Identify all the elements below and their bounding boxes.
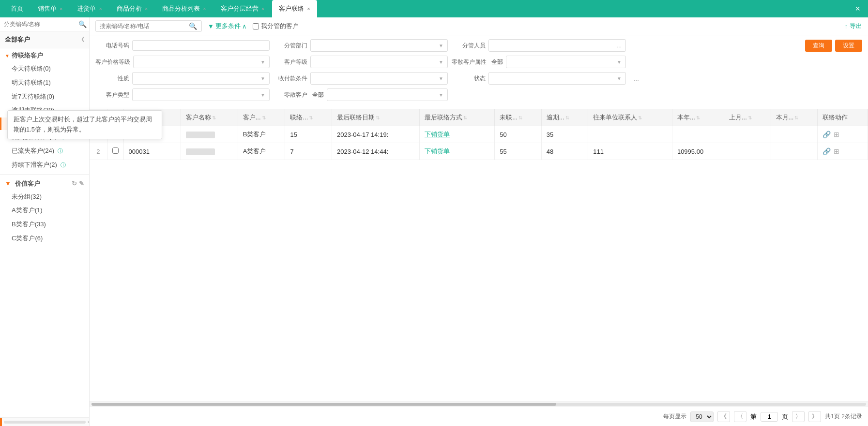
customer-type-select[interactable]: ▼ [132,88,270,101]
sidebar-scrollbar[interactable] [4,421,86,424]
last-page-btn[interactable]: 》 [808,411,821,422]
last-month-sort-icon[interactable]: ⇅ [748,115,752,120]
first-page-btn[interactable]: 《 [717,411,730,422]
row2-contact-icon[interactable]: 🔗 [822,147,831,155]
last-way-sort-icon[interactable]: ⇅ [463,115,467,120]
close-tab-sales[interactable]: × [60,6,62,12]
sidebar-collapse-icon[interactable]: 《 [78,36,84,44]
status-select[interactable]: ▼ [488,72,626,85]
name-sort-icon[interactable]: ⇅ [212,115,216,120]
close-tab-purchase[interactable]: × [99,6,102,12]
query-button[interactable]: 查询 [805,40,832,52]
table-row: 2 000031 A类客户 [90,143,868,160]
row2-checkbox[interactable] [107,143,123,160]
row2-name[interactable] [181,143,238,160]
overdue-sort-icon[interactable]: ⇅ [565,115,569,120]
dept-select-arrow: ▼ [439,43,443,48]
sidebar-item-tomorrow[interactable]: 明天待联络(1) [0,76,89,90]
th-this-month: 本月... ⇅ [771,109,818,126]
window-close-button[interactable]: × [851,4,864,14]
sidebar-item-class-c[interactable]: C类客户(6) [0,232,89,246]
customer-grade-label: 客户等级 [274,58,307,66]
nav-tab-sales[interactable]: 销售单 × [31,0,69,17]
row2-last-way[interactable]: 下销货单 [420,143,495,160]
top-navigation: 首页 销售单 × 进货单 × 商品分析 × 商品分析列表 × 客户分层经营 × … [0,0,868,17]
per-page-select[interactable]: 50 [690,411,714,422]
sidebar-item-declining[interactable]: 持续下滑客户(2) ⓘ [0,158,89,172]
close-tab-customer-layering[interactable]: × [261,6,264,12]
sidebar-search-icon[interactable]: 🔍 [78,20,87,28]
retail-attr-select[interactable]: ▼ [506,56,626,68]
row2-more-icon[interactable]: ⊞ [834,147,839,155]
filter-more-btn[interactable]: ... [630,75,643,82]
customer-grade-select[interactable]: ▼ [310,56,448,68]
sidebar-item-7days[interactable]: 近7天待联络(0) [0,90,89,104]
th-overdue: 逾期... ⇅ [541,109,588,126]
page-label: 第 [750,412,757,421]
price-grade-select[interactable]: ▼ [133,56,270,68]
close-tab-customer-contact[interactable]: × [307,6,310,12]
nav-tab-home[interactable]: 首页 [4,0,30,17]
nav-tab-purchase[interactable]: 进货单 × [70,0,108,17]
search-icon[interactable]: 🔍 [189,22,197,30]
value-edit-icon[interactable]: ✎ [79,180,84,187]
sidebar-search-input[interactable] [4,21,76,28]
my-customers-checkbox[interactable] [253,23,259,29]
prev-page-btn[interactable]: 〈 [734,411,746,422]
person-label: 分管人员 [452,42,486,50]
row2-last-date: 2023-04-12 14:44: [332,143,419,160]
row1-more-icon[interactable]: ⊞ [834,131,839,138]
type-sort-icon[interactable]: ⇅ [262,115,266,120]
filter-payment: 收付款条件 ▼ [274,72,448,85]
nav-tab-customer-layering[interactable]: 客户分层经营 × [214,0,271,17]
table-header-row: ⚙ 客户编码 ⇅ 客户名称 [90,109,868,126]
row2-num: 2 [90,143,107,160]
row1-last-date: 2023-04-17 14:19: [332,126,419,143]
uncontacted-sort-icon[interactable]: ⇅ [518,115,522,120]
sidebar-item-class-b[interactable]: B类客户(33) [0,218,89,232]
sidebar-item-churned[interactable]: 已流失客户(24) ⓘ [0,144,89,158]
nav-tab-customer-contact[interactable]: 客户联络 × [272,0,317,17]
payment-select[interactable]: ▼ [310,72,448,85]
setting-button[interactable]: 设置 [835,40,862,52]
export-button[interactable]: ↑ 导出 [845,22,863,30]
retail-select[interactable]: ▼ [327,88,448,101]
row1-last-way[interactable]: 下销货单 [420,126,495,143]
close-tab-product-analysis[interactable]: × [145,6,148,12]
person-select[interactable]: … [488,39,626,52]
nav-tab-product-list[interactable]: 商品分析列表 × [155,0,213,17]
sidebar-item-today[interactable]: 今天待联络(0) [0,62,89,76]
more-conditions-btn[interactable]: ▼ 更多条件 ∧ [208,22,247,30]
gender-select[interactable]: ▼ [132,72,270,85]
unit-contact-sort-icon[interactable]: ⇅ [638,115,642,120]
sidebar: 🔍 全部客户 《 ▼ 待联络客户 今天待联络(0) 明天待联络(1) 近7天待联… [0,17,90,426]
contact-sort-icon[interactable]: ⇅ [309,115,313,120]
last-date-sort-icon[interactable]: ⇅ [376,115,380,120]
th-type-label: 客户... [243,113,261,122]
sidebar-scroll-right-icon[interactable]: › [88,419,89,425]
row2-select-checkbox[interactable] [112,147,119,154]
page-number-input[interactable] [761,412,778,422]
pending-arrow-icon: ▼ [5,53,10,59]
this-month-sort-icon[interactable]: ⇅ [794,115,798,120]
scrollbar-track[interactable] [91,403,866,406]
this-year-sort-icon[interactable]: ⇅ [696,115,700,120]
value-refresh-icon[interactable]: ↻ [72,180,77,187]
row1-contact-icon[interactable]: 🔗 [822,131,831,138]
payment-label: 收付款条件 [274,74,307,83]
sidebar-item-ungraded[interactable]: 未分组(32) [0,190,89,204]
search-input[interactable] [100,23,187,29]
filter-actions: 查询 设置 [805,40,862,52]
sidebar-all-customers[interactable]: 全部客户 《 [0,31,89,48]
churned-info-icon: ⓘ [58,148,63,154]
nav-tab-product-analysis[interactable]: 商品分析 × [110,0,154,17]
scrollbar-thumb[interactable] [91,403,556,406]
close-tab-product-list[interactable]: × [203,6,206,12]
next-page-btn[interactable]: 〉 [792,411,805,422]
row2-action: 🔗 ⊞ [818,143,868,160]
sidebar-value-section: ▼ 价值客户 ↻ ✎ [0,176,89,190]
phone-input[interactable] [132,40,270,51]
sidebar-item-class-a[interactable]: A类客户(1) [0,204,89,218]
row1-name[interactable] [181,126,238,143]
dept-select[interactable]: ▼ [310,39,448,52]
